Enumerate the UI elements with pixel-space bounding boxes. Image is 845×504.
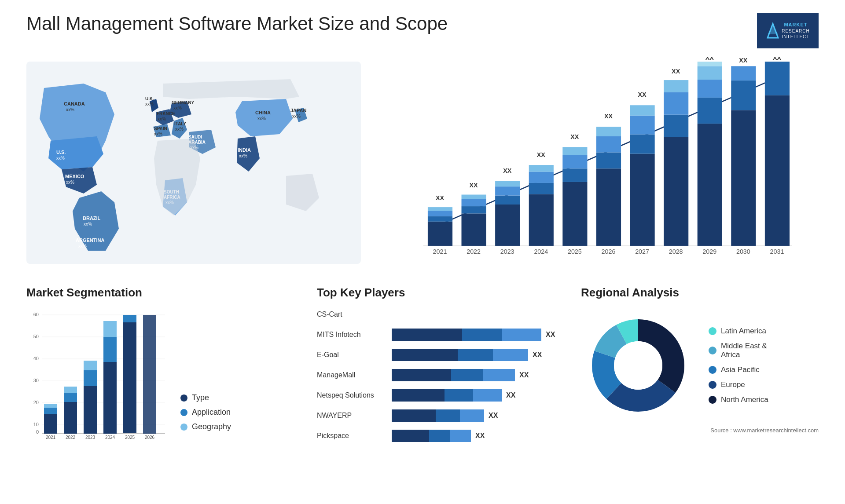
svg-rect-123 (64, 387, 77, 393)
legend-label-geography: Geography (192, 422, 231, 431)
svg-text:xx%: xx% (154, 131, 162, 136)
svg-rect-94 (731, 110, 756, 246)
logo-icon (766, 22, 780, 40)
header: Mall Management Software Market Size and… (26, 13, 819, 48)
svg-rect-76 (630, 116, 654, 135)
svg-text:MEXICO: MEXICO (65, 174, 84, 179)
player-row-pickspace: Pickspace XX (317, 430, 563, 442)
svg-text:xx%: xx% (56, 156, 65, 161)
reg-label-latin: Latin America (721, 327, 766, 336)
players-table: CS-Cart MITS Infotech XX (317, 308, 563, 442)
svg-rect-63 (562, 168, 587, 182)
svg-rect-131 (103, 321, 117, 337)
svg-rect-119 (44, 404, 57, 408)
logo-text: MARKET RESEARCH INTELLECT (782, 22, 810, 40)
svg-text:ARGENTINA: ARGENTINA (76, 237, 104, 243)
svg-rect-71 (596, 127, 621, 136)
svg-rect-87 (698, 124, 722, 246)
map-container: CANADA xx% U.S. xx% MEXICO xx% BRAZIL xx… (26, 57, 361, 268)
bar-seg-mid (458, 349, 493, 361)
bar-seg-mid (462, 329, 502, 341)
svg-text:U.S.: U.S. (56, 150, 66, 155)
svg-text:50: 50 (33, 334, 39, 339)
svg-rect-59 (529, 165, 554, 172)
svg-rect-118 (44, 408, 57, 414)
svg-rect-70 (596, 136, 621, 153)
svg-rect-74 (630, 154, 654, 246)
svg-rect-80 (664, 137, 688, 246)
svg-text:CHINA: CHINA (255, 110, 271, 115)
segmentation-section: Market Segmentation 60 50 40 30 20 10 0 (26, 286, 299, 504)
svg-rect-136 (143, 315, 156, 434)
bar-seg-dark (392, 349, 458, 361)
reg-label-na: North America (721, 395, 768, 404)
legend-dot-geography (180, 424, 187, 431)
svg-rect-82 (664, 92, 688, 115)
svg-rect-100 (765, 62, 790, 95)
bar-seg-dark (392, 369, 451, 381)
top-section: CANADA xx% U.S. xx% MEXICO xx% BRAZIL xx… (26, 57, 819, 268)
svg-text:JAPAN: JAPAN (290, 108, 307, 113)
player-val-netspeq: XX (506, 391, 515, 399)
svg-rect-90 (698, 66, 722, 80)
player-row-netspeq: Netspeq Solutions XX (317, 389, 563, 402)
bar-seg-light (502, 329, 541, 341)
svg-rect-53 (495, 181, 520, 186)
player-bar-egoal: XX (392, 349, 563, 361)
svg-text:xx%: xx% (175, 127, 184, 131)
reg-legend-latin: Latin America (709, 327, 768, 336)
svg-rect-69 (596, 153, 621, 169)
reg-dot-latin (709, 327, 716, 335)
bar-chart-container: XX 2021 XX 2022 XX 2023 (378, 57, 819, 268)
svg-text:XX: XX (570, 133, 579, 140)
svg-text:XX: XX (672, 68, 680, 75)
bar-seg-light (473, 389, 502, 402)
svg-rect-88 (698, 98, 722, 124)
reg-legend-mea: Middle East &Africa (709, 342, 768, 359)
bar-seg-mid (429, 430, 450, 442)
svg-rect-39 (428, 216, 452, 222)
growth-chart-svg: XX 2021 XX 2022 XX 2023 (378, 57, 819, 268)
segmentation-chart-svg: 60 50 40 30 20 10 0 (26, 308, 167, 440)
bar-seg-light (450, 430, 471, 442)
svg-rect-130 (103, 336, 117, 362)
svg-text:2025: 2025 (568, 248, 582, 255)
bar-seg-dark (392, 409, 436, 422)
svg-text:xx%: xx% (158, 117, 166, 121)
svg-text:U.K.: U.K. (145, 96, 154, 101)
svg-text:XX: XX (739, 57, 748, 64)
svg-text:xx%: xx% (66, 180, 74, 185)
legend-application: Application (180, 408, 231, 417)
legend-dot-application (180, 409, 187, 416)
svg-text:2021: 2021 (46, 435, 56, 440)
svg-text:XX: XX (537, 151, 546, 158)
svg-rect-117 (44, 414, 57, 434)
svg-text:10: 10 (33, 422, 39, 427)
donut-chart-wrap (581, 308, 695, 423)
svg-text:60: 60 (33, 312, 39, 317)
player-val-mits: XX (546, 331, 555, 339)
svg-text:2026: 2026 (145, 435, 155, 440)
svg-rect-125 (84, 386, 97, 434)
svg-rect-96 (731, 66, 756, 80)
player-bar-cscart (392, 308, 563, 321)
svg-rect-45 (462, 206, 486, 213)
svg-text:30: 30 (33, 378, 39, 383)
page: Mall Management Software Market Size and… (0, 0, 845, 504)
players-title: Top Key Players (317, 286, 563, 299)
bar-seg-mid (445, 389, 473, 402)
regional-section: Regional Analysis (581, 286, 819, 504)
svg-text:ITALY: ITALY (174, 121, 187, 126)
world-map-svg: CANADA xx% U.S. xx% MEXICO xx% BRAZIL xx… (26, 57, 361, 268)
svg-text:2029: 2029 (702, 248, 716, 255)
svg-text:xx%: xx% (78, 244, 87, 248)
bar-seg-light (493, 349, 528, 361)
logo: MARKET RESEARCH INTELLECT (757, 13, 819, 48)
svg-rect-57 (529, 183, 554, 194)
player-row-managemall: ManageMall XX (317, 369, 563, 381)
svg-text:20: 20 (33, 400, 39, 405)
seg-chart-wrapper: 60 50 40 30 20 10 0 (26, 308, 299, 440)
player-name-pickspace: Pickspace (317, 432, 387, 440)
regional-legend: Latin America Middle East &Africa Asia P… (709, 327, 768, 404)
svg-text:xx%: xx% (84, 222, 92, 226)
